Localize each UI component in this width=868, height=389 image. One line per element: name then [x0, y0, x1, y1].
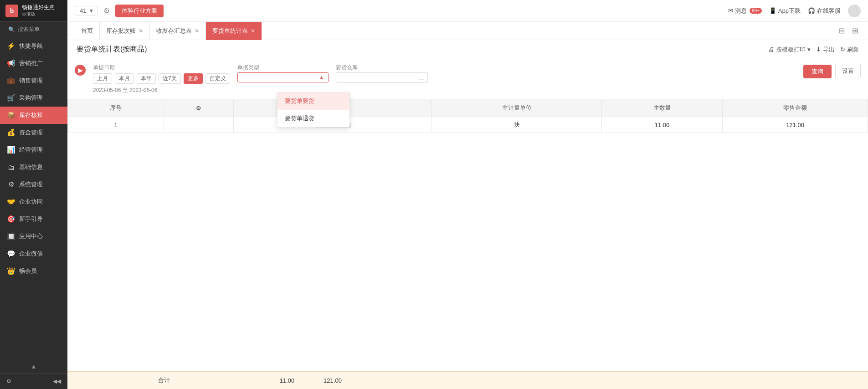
filter-type-select[interactable]: ▲ [237, 72, 329, 82]
basic-icon: 🗂 [6, 164, 15, 171]
sidebar-item-label: 系统管理 [19, 180, 43, 189]
sidebar-search-label: 搜索菜单 [18, 26, 40, 33]
tab-recv-send-summary-label: 收发存汇总表 [156, 27, 192, 35]
sidebar-item-member[interactable]: 👑 畅会员 [0, 262, 67, 280]
tab-minimize-icon[interactable]: ⊟ [836, 25, 847, 37]
message-label: 消息 [735, 7, 747, 15]
main-area: 41 ▾ ⚙ 体验行业方案 ✉ 消息 99+ 📱 App下载 🎧 在线客服 [67, 0, 868, 389]
filter-this-month-btn[interactable]: 本月 [115, 73, 134, 84]
filter-this-year-btn[interactable]: 本年 [137, 73, 156, 84]
tab-home[interactable]: 首页 [75, 22, 100, 40]
cell-unit: 块 [432, 117, 602, 133]
filter-warehouse-input[interactable] [340, 74, 416, 81]
sidebar-item-label: 基础信息 [19, 163, 43, 171]
refresh-btn[interactable]: ↻ 刷新 [840, 46, 859, 54]
filter-expand-btn[interactable]: ▶ [75, 65, 86, 76]
footer-label: 合计 [109, 376, 219, 384]
type-dropdown: 要货单要货 要货单退货 [277, 92, 350, 128]
filter-prev-month-btn[interactable]: 上月 [93, 73, 112, 84]
tab-inventory-batch[interactable]: 库存批次账 ✕ [100, 22, 150, 40]
appstore-icon: 🔲 [6, 232, 15, 241]
trial-btn[interactable]: 体验行业方案 [115, 5, 164, 17]
sidebar-item-quick-nav[interactable]: ⚡ 快捷导航 [0, 37, 67, 55]
sidebar-item-finance[interactable]: 💰 资金管理 [0, 124, 67, 141]
user-avatar[interactable] [848, 5, 861, 17]
col-qty: 主数量 [602, 99, 723, 117]
filter-last7-btn[interactable]: 近7天 [159, 73, 181, 84]
tab-inventory-batch-label: 库存批次账 [106, 27, 136, 35]
settings-btn[interactable]: 设置 [835, 64, 861, 78]
tab-home-label: 首页 [81, 27, 93, 35]
filter-type-group: 单据类型 ▲ [237, 64, 329, 82]
export-icon: ⬇ [816, 46, 821, 53]
table-header-row: 序号 ⚙ 商品 主计量单位 主数量 零售金额 [68, 99, 868, 117]
sidebar-item-wechat[interactable]: 💬 企业微信 [0, 245, 67, 262]
system-icon: ⚙ [6, 180, 15, 189]
sidebar-item-label: 营销推广 [19, 59, 43, 67]
sidebar-item-purchase[interactable]: 🛒 采购管理 [0, 89, 67, 107]
tab-recv-send-summary[interactable]: 收发存汇总表 ✕ [150, 22, 206, 40]
sidebar-scroll-area: ▲ [0, 359, 67, 373]
sidebar-item-label: 经营管理 [19, 146, 43, 154]
col-unit: 主计量单位 [432, 99, 602, 117]
app-logo-sub: 标准版 [22, 11, 55, 17]
headset-icon: 🎧 [808, 7, 815, 14]
sidebar-item-appstore[interactable]: 🔲 应用中心 [0, 228, 67, 245]
sidebar-item-basic[interactable]: 🗂 基础信息 [0, 159, 67, 176]
message-item[interactable]: ✉ 消息 99+ [728, 7, 762, 15]
sidebar-settings-icon[interactable]: ⚙ [6, 378, 11, 384]
app-download-item[interactable]: 📱 App下载 [769, 7, 801, 15]
filter-warehouse-select[interactable]: … [336, 72, 428, 83]
page-actions: 🖨 按模板打印 ▾ ⬇ 导出 ↻ 刷新 [768, 46, 859, 54]
sidebar-item-sales[interactable]: 💼 销售管理 [0, 72, 67, 89]
sidebar-item-label: 销售管理 [19, 77, 43, 85]
online-service-item[interactable]: 🎧 在线客服 [808, 7, 841, 15]
tabbar: 首页 库存批次账 ✕ 收发存汇总表 ✕ 要货单统计表 ✕ ⊟ ⊞ [67, 22, 868, 40]
sidebar-search[interactable]: 🔍 搜索菜单 [0, 22, 67, 37]
sidebar-item-guide[interactable]: 🎯 新手引导 [0, 210, 67, 228]
sidebar-item-inventory[interactable]: 📦 库存核算 [0, 107, 67, 124]
tab-inventory-batch-close[interactable]: ✕ [139, 28, 143, 34]
print-template-btn[interactable]: 🖨 按模板打印 ▾ [768, 46, 811, 54]
scroll-up-icon[interactable]: ▲ [27, 361, 41, 372]
message-icon: ✉ [728, 7, 733, 14]
sidebar-item-label: 畅会员 [19, 267, 37, 275]
sidebar-item-system[interactable]: ⚙ 系统管理 [0, 176, 67, 193]
query-btn[interactable]: 查询 [803, 65, 832, 78]
chevron-down-icon: ▾ [807, 46, 811, 53]
footer-amount: 121.00 [310, 377, 355, 384]
search-icon: 🔍 [8, 26, 15, 33]
settings-icon[interactable]: ⚙ [103, 6, 110, 15]
sidebar-item-enterprise[interactable]: 🤝 企业协同 [0, 193, 67, 210]
export-btn[interactable]: ⬇ 导出 [816, 46, 835, 54]
sidebar-item-label: 企业微信 [19, 250, 43, 258]
sidebar-nav: ⚡ 快捷导航 📢 营销推广 💼 销售管理 🛒 采购管理 📦 库存核算 💰 资金管… [0, 37, 67, 359]
inventory-icon: 📦 [6, 111, 15, 119]
sidebar-item-marketing[interactable]: 📢 营销推广 [0, 55, 67, 72]
tabs-count-indicator[interactable]: 41 ▾ [75, 6, 98, 15]
filter-more-dots-icon: … [418, 75, 424, 81]
col-settings[interactable]: ⚙ [164, 99, 234, 117]
tab-order-summary-close[interactable]: ✕ [251, 28, 255, 34]
tab-recv-send-close[interactable]: ✕ [195, 28, 199, 34]
tab-order-summary[interactable]: 要货单统计表 ✕ [206, 22, 262, 40]
tab-expand-icon[interactable]: ⊞ [849, 25, 861, 37]
sidebar-item-label: 企业协同 [19, 198, 43, 206]
dropdown-item-delivery[interactable]: 要货单要货 [277, 92, 349, 110]
sidebar-item-label: 资金管理 [19, 128, 43, 137]
sidebar-collapse-icon[interactable]: ◀◀ [53, 378, 61, 384]
sidebar-item-label: 应用中心 [19, 232, 43, 241]
chevron-up-icon: ▲ [319, 74, 324, 81]
tabs-count-value: 41 [80, 7, 86, 14]
topbar-left: 41 ▾ ⚙ 体验行业方案 [75, 5, 164, 17]
table-area: 序号 ⚙ 商品 主计量单位 主数量 零售金额 1 [67, 99, 868, 371]
filter-more-btn[interactable]: 更多 [184, 73, 203, 84]
dropdown-item-return[interactable]: 要货单退货 [277, 110, 349, 127]
filter-custom-btn[interactable]: 自定义 [205, 73, 230, 84]
page-content: 要货单统计表(按商品) 🖨 按模板打印 ▾ ⬇ 导出 ↻ 刷新 ▶ [67, 40, 868, 389]
footer-qty: 11.00 [264, 377, 310, 384]
export-label: 导出 [823, 46, 835, 54]
table-settings-icon[interactable]: ⚙ [196, 105, 201, 112]
refresh-label: 刷新 [847, 46, 859, 54]
sidebar-item-operations[interactable]: 📊 经营管理 [0, 141, 67, 159]
